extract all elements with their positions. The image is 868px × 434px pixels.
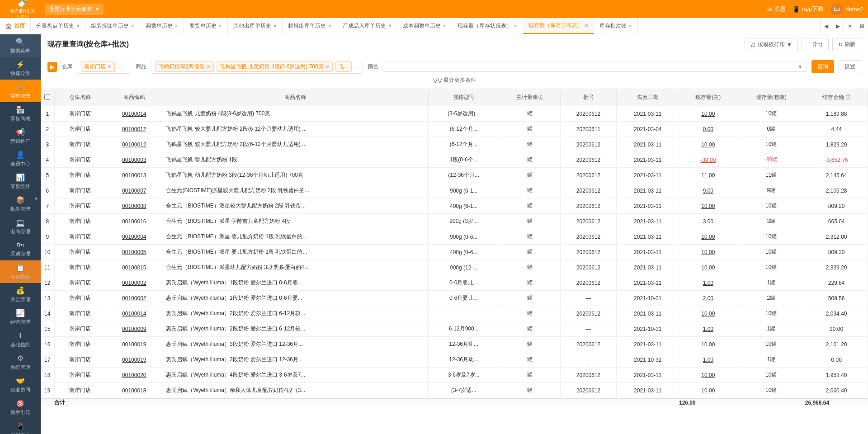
sidebar-item-ecommerce[interactable]: 💻 电商管理 [0, 215, 41, 238]
cell-qty-main[interactable]: 10.00 [679, 245, 737, 260]
sidebar-item-basic[interactable]: ℹ 基础信息 [0, 328, 41, 351]
close-icon[interactable]: ✕ [514, 24, 517, 28]
refresh-button[interactable]: ↻ 刷新 [832, 38, 861, 51]
cell-qty-main[interactable]: 10.00 [679, 198, 737, 214]
close-icon[interactable]: ✕ [443, 24, 446, 28]
cell-no: 6 [41, 183, 54, 198]
message-button[interactable]: ✉ 消息 [767, 5, 786, 13]
cell-qty-main[interactable]: 9.00 [679, 183, 737, 198]
tab-close-btn[interactable]: ✕ [844, 18, 856, 34]
cell-qty-main[interactable]: 10.00 [679, 368, 737, 383]
cell-qty-main[interactable]: 10.00 [679, 137, 737, 152]
warehouse-more-icon[interactable]: ··· [118, 64, 122, 70]
select-all-checkbox[interactable] [44, 94, 50, 100]
sidebar-item-members[interactable]: 👤 会员中心 [0, 147, 41, 170]
close-icon[interactable]: ✕ [273, 24, 277, 28]
cell-qty-main[interactable]: 3.00 [679, 214, 737, 229]
tab-more-btn[interactable]: ⊞ [856, 18, 868, 34]
tab-batch-ledger[interactable]: 库存批次账 ✕ [594, 18, 638, 34]
tab-cost-adjust[interactable]: 成本调整单历史 ✕ [397, 18, 452, 34]
cell-qty-main[interactable]: 0.00 [679, 122, 737, 137]
sidebar-item-finance[interactable]: 💰 资金管理 [0, 283, 41, 306]
sidebar-item-operation[interactable]: 📈 经营管理 [0, 306, 41, 328]
filter-expand-btn[interactable]: ▶ [47, 62, 57, 72]
sidebar-item-system[interactable]: ⚙ 系统管理 [0, 351, 41, 373]
sidebar-item-purchase[interactable]: 🛍 采购管理 [0, 238, 41, 260]
close-icon[interactable]: ✕ [175, 24, 178, 28]
cell-unit: 罐 [499, 214, 561, 229]
product-more-icon[interactable]: ··· [354, 64, 359, 70]
sidebar-item-collab[interactable]: 🤝 企业协同 [0, 373, 41, 396]
tab-order[interactable]: 要货单历史 ✕ [184, 18, 228, 34]
cell-expire: 2021-10-31 [617, 321, 679, 337]
remove-product2-icon[interactable]: ✕ [325, 64, 330, 70]
export-button[interactable]: ↑ 导出 [802, 38, 829, 51]
tab-assembly[interactable]: 组装拆卸单历史 ✕ [85, 18, 140, 34]
product-tag3[interactable]: 飞... [335, 61, 352, 72]
sidebar-item-inventory[interactable]: 📋 库存核算 [0, 260, 41, 283]
cell-batch: 20200612 [560, 214, 616, 229]
close-icon[interactable]: ✕ [131, 24, 134, 28]
tab-other-out[interactable]: 其他出库单历史 ✕ [228, 18, 283, 34]
remove-warehouse-icon[interactable]: ✕ [107, 64, 112, 70]
close-icon[interactable]: ✕ [218, 24, 222, 28]
cell-qty-main[interactable]: 1.00 [679, 321, 737, 337]
print-button[interactable]: 🖨 按模板打印 ▼ [745, 38, 798, 51]
sidebar-item-appstore[interactable]: 📱 应用中心 [0, 419, 41, 434]
app-download-button[interactable]: 📱 App下载 [793, 5, 824, 13]
tab-inventory-status[interactable]: 现存量（库存状况表） ✕ [452, 18, 523, 34]
cell-code: 00100020 [106, 368, 162, 383]
tab-inventory-count[interactable]: 分量盘点单历史 ✕ [31, 18, 85, 34]
cell-warehouse: 南岸门店 [54, 368, 106, 383]
cell-qty-main[interactable]: 10.00 [679, 229, 737, 245]
col-check[interactable] [41, 89, 54, 106]
product-filter[interactable]: 飞鹤奶粉3段两提装 ✕ 飞鹤星飞帆 儿童奶粉 4段(3-6岁适用) 700克 ✕… [151, 60, 363, 74]
sidebar-item-wholesale[interactable]: 📦 批发管理 ▼ [0, 193, 41, 215]
cell-qty-main[interactable]: 1.00 [679, 352, 737, 368]
tab-next-btn[interactable]: ▶ [832, 18, 844, 34]
print-label: 按模板打印 [758, 41, 785, 48]
product-tag1[interactable]: 飞鹤奶粉3段两提装 ✕ [155, 61, 214, 72]
tab-transfer[interactable]: 调拨单历史 ✕ [140, 18, 184, 34]
query-button[interactable]: 查询 [811, 60, 834, 73]
user-avatar[interactable]: Ea demo2 [830, 3, 863, 15]
tab-product-in[interactable]: 产成品入库单历史 ✕ [337, 18, 397, 34]
sidebar-item-search[interactable]: 🔍 搜索英单 [0, 34, 41, 57]
setting-button[interactable]: 设置 [839, 60, 861, 73]
sidebar-item-retail[interactable]: 🛒 零售管理 [0, 80, 41, 102]
table-row: 8 南岸门店 00100016 合生元（BIOSTIME）派星 学龄前儿童配方奶… [41, 214, 868, 229]
cell-qty-main[interactable]: 2.00 [679, 291, 737, 306]
table-row: 2 南岸门店 00100012 飞鹤星飞帆 较大婴儿配方奶粉 2段(6-12个月… [41, 122, 868, 137]
close-icon[interactable]: ✕ [585, 23, 588, 28]
tab-prev-btn[interactable]: ◀ [820, 18, 832, 34]
cell-qty-main[interactable]: 10.00 [679, 106, 737, 122]
cell-qty-main[interactable]: 11.00 [679, 168, 737, 183]
sidebar-item-quicknav[interactable]: ⚡ 快捷导航 [0, 57, 41, 80]
sidebar-item-marketing[interactable]: 📢 营销推广 [0, 125, 41, 147]
cell-qty-main[interactable]: 10.00 [679, 337, 737, 352]
sidebar-item-shop[interactable]: 🏪 零售商城 [0, 102, 41, 125]
cell-qty-main[interactable]: 10.00 [679, 306, 737, 321]
close-icon[interactable]: ✕ [76, 24, 80, 28]
remove-product1-icon[interactable]: ✕ [206, 64, 211, 70]
warehouse-tag[interactable]: 南岸门店 ✕ [81, 61, 115, 72]
company-selector[interactable]: 母婴行业演示账套 ▼ [45, 4, 104, 15]
product-tag2[interactable]: 飞鹤星飞帆 儿童奶粉 4段(3-6岁适用) 700克 ✕ [217, 61, 333, 72]
close-icon[interactable]: ✕ [388, 24, 392, 28]
color-filter[interactable]: ▼ [383, 62, 807, 72]
close-icon[interactable]: ✕ [328, 24, 331, 28]
cell-qty-main[interactable]: 1.00 [679, 275, 737, 291]
tab-home[interactable]: 🏠 首页 [0, 18, 31, 34]
cell-qty-main[interactable]: -39.00 [679, 152, 737, 168]
close-icon[interactable]: ✕ [628, 24, 632, 28]
cell-batch: 20200612 [560, 229, 616, 245]
cell-qty-main[interactable]: 10.00 [679, 260, 737, 275]
expand-more-btn[interactable]: ⋁⋁ 展开更多条件 [433, 76, 476, 84]
sidebar-item-newbie[interactable]: 🎯 新手引导 [0, 396, 41, 419]
tab-material-out[interactable]: 材料出库单历史 ✕ [283, 18, 337, 34]
appstore-icon: 📱 [16, 422, 25, 430]
tab-inventory-dist[interactable]: 现存量（库存分布表） ✕ [523, 18, 594, 34]
warehouse-filter[interactable]: 南岸门店 ✕ ··· [77, 60, 131, 74]
sidebar-item-stats[interactable]: 📊 零售统计 [0, 170, 41, 193]
cell-qty-main[interactable]: 10.00 [679, 383, 737, 399]
